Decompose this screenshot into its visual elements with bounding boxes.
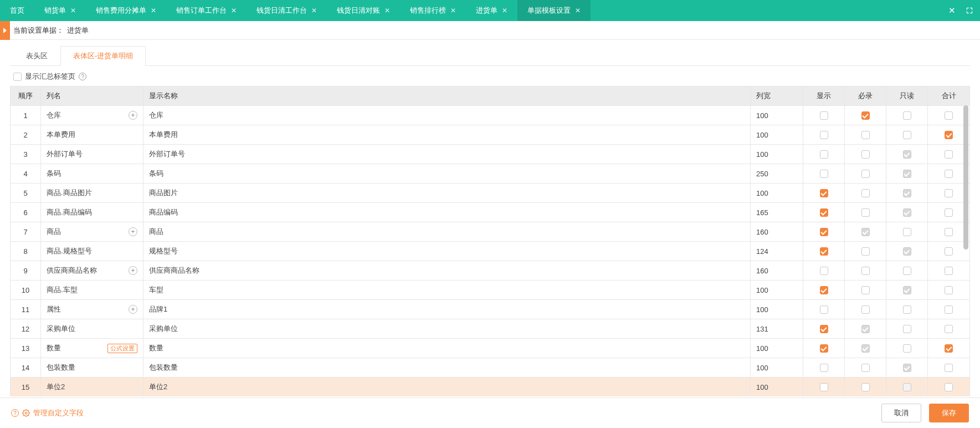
top-tab-8[interactable]: 单据模板设置✕ [517, 0, 591, 21]
table-row[interactable]: 3外部订单号外部订单号100 [11, 144, 969, 164]
show-summary-checkbox[interactable] [13, 73, 22, 81]
checkbox[interactable] [945, 150, 953, 159]
checkbox[interactable] [945, 111, 953, 120]
checkbox[interactable] [820, 286, 828, 294]
checkbox[interactable] [820, 364, 828, 372]
table-row[interactable]: 1仓库+仓库100 [11, 105, 969, 125]
manage-custom-fields-link[interactable]: 管理自定义字段 [33, 408, 84, 418]
add-icon[interactable]: + [129, 227, 137, 236]
checkbox[interactable] [945, 383, 953, 391]
cell-width[interactable]: 100 [751, 125, 803, 144]
checkbox[interactable] [945, 170, 953, 178]
cell-display-name[interactable]: 条码 [143, 164, 751, 183]
checkbox[interactable] [945, 228, 953, 236]
checkbox[interactable] [903, 111, 911, 120]
checkbox[interactable] [820, 305, 828, 314]
checkbox[interactable] [945, 131, 953, 139]
fullscreen-icon[interactable] [964, 6, 974, 16]
table-row[interactable]: 10商品.车型车型100 [11, 280, 969, 299]
cell-display-name[interactable]: 商品图片 [143, 184, 751, 202]
checkbox[interactable] [820, 150, 828, 159]
checkbox[interactable] [820, 344, 828, 353]
table-row[interactable]: 14包装数量包装数量100 [11, 358, 969, 377]
close-all-icon[interactable]: ✕ [947, 6, 957, 16]
cell-width[interactable]: 165 [751, 203, 803, 222]
checkbox[interactable] [861, 305, 870, 314]
cell-width[interactable]: 100 [751, 339, 803, 358]
close-icon[interactable]: ✕ [151, 7, 156, 14]
table-row[interactable]: 15单位2单位2100 [11, 377, 969, 396]
checkbox[interactable] [820, 189, 828, 197]
cell-width[interactable]: 131 [751, 319, 803, 338]
cell-width[interactable]: 100 [751, 145, 803, 164]
checkbox[interactable] [945, 247, 953, 256]
inner-tab-1[interactable]: 表体区-进货单明细 [60, 46, 146, 66]
top-tab-7[interactable]: 进货单✕ [466, 0, 517, 21]
checkbox[interactable] [861, 111, 870, 120]
cell-display-name[interactable]: 车型 [143, 281, 751, 299]
cell-display-name[interactable]: 单位2 [143, 378, 751, 396]
scrollbar-thumb[interactable] [963, 105, 968, 249]
checkbox[interactable] [820, 111, 828, 120]
cell-display-name[interactable]: 供应商商品名称 [143, 261, 751, 280]
close-icon[interactable]: ✕ [502, 7, 507, 14]
cell-width[interactable]: 124 [751, 242, 803, 261]
add-icon[interactable]: + [129, 111, 137, 120]
cell-display-name[interactable]: 仓库 [143, 106, 751, 125]
checkbox[interactable] [903, 267, 911, 275]
formula-button[interactable]: 公式设置 [107, 344, 137, 353]
checkbox[interactable] [945, 305, 953, 314]
checkbox[interactable] [903, 131, 911, 139]
close-icon[interactable]: ✕ [450, 7, 456, 14]
close-icon[interactable]: ✕ [70, 7, 76, 14]
checkbox[interactable] [820, 247, 828, 256]
close-icon[interactable]: ✕ [384, 7, 390, 14]
checkbox[interactable] [903, 325, 911, 333]
save-button[interactable]: 保存 [929, 404, 969, 422]
cell-width[interactable]: 160 [751, 222, 803, 241]
table-row[interactable]: 12采购单位采购单位131 [11, 319, 969, 338]
table-row[interactable]: 9供应商商品名称+供应商商品名称160 [11, 261, 969, 280]
checkbox[interactable] [945, 286, 953, 294]
cell-width[interactable]: 100 [751, 378, 803, 396]
cell-width[interactable]: 100 [751, 281, 803, 299]
cell-display-name[interactable]: 本单费用 [143, 125, 751, 144]
checkbox[interactable] [861, 247, 870, 256]
table-row[interactable]: 5商品.商品图片商品图片100 [11, 183, 969, 202]
checkbox[interactable] [820, 131, 828, 139]
checkbox[interactable] [861, 208, 870, 217]
add-icon[interactable]: + [129, 266, 137, 275]
checkbox[interactable] [945, 267, 953, 275]
checkbox[interactable] [861, 189, 870, 197]
table-row[interactable]: 8商品.规格型号规格型号124 [11, 241, 969, 261]
checkbox[interactable] [861, 131, 870, 139]
cell-display-name[interactable]: 商品编码 [143, 203, 751, 222]
cell-width[interactable]: 100 [751, 106, 803, 125]
cell-display-name[interactable]: 采购单位 [143, 319, 751, 338]
table-row[interactable]: 11属性+品牌1100 [11, 299, 969, 319]
checkbox[interactable] [903, 344, 911, 353]
cell-width[interactable]: 250 [751, 164, 803, 183]
help-icon[interactable]: ? [79, 73, 86, 80]
checkbox[interactable] [820, 325, 828, 333]
cell-width[interactable]: 160 [751, 261, 803, 280]
cell-display-name[interactable]: 规格型号 [143, 242, 751, 261]
cell-display-name[interactable]: 数量 [143, 339, 751, 358]
top-tab-3[interactable]: 销售订单工作台✕ [166, 0, 247, 21]
cell-width[interactable]: 100 [751, 184, 803, 202]
cell-display-name[interactable]: 外部订单号 [143, 145, 751, 164]
top-tab-4[interactable]: 钱货日清工作台✕ [247, 0, 327, 21]
checkbox[interactable] [903, 305, 911, 314]
sidebar-toggle-icon[interactable] [0, 21, 10, 40]
cancel-button[interactable]: 取消 [881, 404, 921, 422]
checkbox[interactable] [861, 364, 870, 372]
checkbox[interactable] [861, 383, 870, 391]
checkbox[interactable] [861, 267, 870, 275]
table-row[interactable]: 13数量公式设置数量100 [11, 338, 969, 358]
add-icon[interactable]: + [129, 305, 137, 314]
checkbox[interactable] [820, 228, 828, 236]
table-row[interactable]: 2本单费用本单费用100 [11, 125, 969, 144]
table-row[interactable]: 7商品+商品160 [11, 222, 969, 241]
checkbox[interactable] [861, 150, 870, 159]
scrollbar[interactable] [963, 105, 968, 396]
